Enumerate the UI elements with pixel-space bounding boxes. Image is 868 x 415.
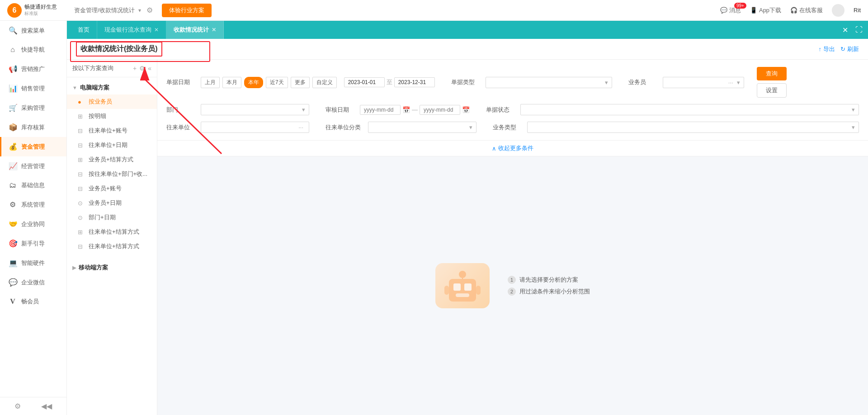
tab-bar: 首页 现金银行流水查询 ✕ 收款情况统计 ✕ ✕ ⛶ (67, 21, 868, 39)
salesperson-label: 业务员 (628, 78, 656, 86)
date-btn-this-month[interactable]: 本月 (222, 77, 241, 88)
avatar[interactable] (832, 4, 844, 17)
scheme-item-unit-account[interactable]: ⊟ 往来单位+账号 (67, 123, 157, 138)
tip-label-2: 用过滤条件来缩小分析范围 (519, 288, 590, 296)
scheme-item-unit-payment1[interactable]: ⊞ 往来单位+结算方式 (67, 225, 157, 239)
scheme-item-dept-date[interactable]: ⊙ 部门+日期 (67, 210, 157, 225)
export-icon: ↑ (819, 46, 822, 52)
trial-button[interactable]: 体验行业方案 (162, 4, 212, 17)
scheme-item-detail[interactable]: ⊞ 按明细 (67, 109, 157, 123)
date-btn-7days[interactable]: 近7天 (266, 77, 288, 88)
sidebar-item-wechat[interactable]: 💬 企业微信 (0, 273, 66, 292)
salesperson-select[interactable]: ··· ▾ (663, 77, 744, 88)
scheme-settings-icon[interactable]: ⚙ (139, 65, 145, 72)
marketing-icon: 📢 (9, 65, 17, 73)
counterpart-select[interactable]: ··· (201, 122, 309, 133)
sidebar-item-inventory[interactable]: 📦 库存核算 (0, 118, 66, 137)
settings-bottom-icon[interactable]: ⚙ (14, 402, 21, 410)
scheme-item-salesperson-payment[interactable]: ⊞ 业务员+结算方式 (67, 152, 157, 167)
breadcrumb-chevron-icon[interactable]: ▾ (138, 7, 141, 14)
filter-row-3: 往来单位 ··· 往来单位分类 ▾ 业务类型 (166, 122, 859, 133)
review-date-to-input[interactable] (420, 105, 460, 115)
scheme-item-unit-dept[interactable]: ⊟ 按往来单位+部门+收... (67, 167, 157, 181)
messages-button[interactable]: 💬 消息 99+ (720, 6, 741, 14)
main-layout: 🔍 搜索菜单 ⌂ 快捷导航 📢 营销推广 📊 销售管理 🛒 采购管理 📦 库存核… (0, 21, 868, 415)
sidebar-item-sales[interactable]: 📊 销售管理 (0, 79, 66, 98)
sidebar-item-collaboration[interactable]: 🤝 企业协同 (0, 214, 66, 234)
doc-type-select[interactable]: ▾ (486, 77, 612, 88)
tab-payment-stats[interactable]: 收款情况统计 ✕ (166, 21, 224, 39)
sidebar-item-system[interactable]: ⚙ 系统管理 (0, 195, 66, 214)
empty-state: 1 请先选择要分析的方案 2 用过滤条件来缩小分析范围 (157, 156, 868, 415)
scheme-header-icons: + ⚙ « (133, 65, 151, 72)
salesperson-dots-icon[interactable]: ··· (728, 79, 733, 86)
export-button[interactable]: ↑ 导出 (819, 45, 835, 53)
scheme-collapse-icon[interactable]: « (148, 65, 151, 72)
scheme-add-icon[interactable]: + (133, 65, 137, 72)
biz-type-select[interactable]: ▾ (527, 122, 859, 133)
sidebar-item-guide[interactable]: 🎯 新手引导 (0, 234, 66, 253)
scheme-item-label: 按明细 (89, 112, 106, 120)
sidebar-item-vip[interactable]: V 畅会员 (0, 292, 66, 311)
scheme-item-salesperson[interactable]: ● 按业务员 (67, 94, 157, 109)
collapse-bar[interactable]: ∧ 收起更多条件 (157, 141, 868, 156)
tip-num-1: 1 (508, 276, 516, 284)
scheme-item-label: 往来单位+结算方式 (89, 242, 139, 250)
date-btn-this-year[interactable]: 本年 (244, 77, 263, 88)
sidebar-item-quicknav[interactable]: ⌂ 快捷导航 (0, 40, 66, 59)
sidebar-item-purchase[interactable]: 🛒 采购管理 (0, 98, 66, 118)
app-download-button[interactable]: 📱 App下载 (750, 6, 781, 14)
tab-close-all-icon[interactable]: ✕ (840, 24, 850, 36)
scheme-item-unit-payment2[interactable]: ⊟ 往来单位+结算方式 (67, 239, 157, 254)
mobile-section-header[interactable]: ▶ 移动端方案 (67, 261, 157, 274)
desktop-section-header[interactable]: ▼ 电脑端方案 (67, 81, 157, 94)
biz-type-label: 业务类型 (493, 123, 520, 132)
header-gear-icon[interactable]: ⚙ (146, 6, 153, 14)
scheme-item-salesperson-account[interactable]: ⊟ 业务员+账号 (67, 181, 157, 196)
date-from-input[interactable] (344, 77, 385, 87)
online-service-button[interactable]: 🎧 在线客服 (790, 6, 823, 14)
scheme-item-salesperson-date[interactable]: ⊙ 业务员+日期 (67, 196, 157, 210)
sidebar-item-label: 企业协同 (21, 220, 45, 228)
sidebar-item-label: 营销推广 (21, 65, 45, 73)
tab-payment-stats-close-icon[interactable]: ✕ (212, 27, 216, 33)
operations-icon: 📈 (9, 162, 17, 170)
settings-button[interactable]: 设置 (757, 83, 787, 98)
mobile-section-label: 移动端方案 (79, 264, 108, 272)
biz-type-chevron-icon: ▾ (852, 124, 855, 131)
sidebar-item-hardware[interactable]: 💻 智能硬件 (0, 253, 66, 273)
tab-expand-icon[interactable]: ⛶ (854, 24, 864, 36)
tab-bar-right: ✕ ⛶ (840, 24, 864, 36)
online-service-icon: 🎧 (790, 7, 797, 14)
refresh-button[interactable]: ↻ 刷新 (840, 45, 859, 53)
query-button[interactable]: 查询 (757, 67, 787, 80)
scheme-panel: 按以下方案查询 + ⚙ « ▼ 电脑端方案 ● 按业务员 (67, 60, 157, 415)
filter-panel: 单据日期 上月 本月 本年 近7天 更多 自定义 至 (157, 60, 868, 415)
counterpart-dots-icon[interactable]: ··· (298, 124, 303, 131)
date-to-input[interactable] (394, 77, 435, 87)
counterpart-category-select[interactable]: ▾ (368, 122, 476, 133)
tab-bank-flow[interactable]: 现金银行流水查询 ✕ (97, 21, 166, 39)
sidebar-item-label: 搜索菜单 (21, 27, 45, 35)
doc-status-select[interactable]: ▾ (520, 104, 859, 115)
date-btn-last-month[interactable]: 上月 (201, 77, 220, 88)
tab-bank-flow-close-icon[interactable]: ✕ (154, 27, 159, 33)
scheme-item-unit-date[interactable]: ⊟ 往来单位+日期 (67, 138, 157, 152)
dept-select[interactable]: ▾ (201, 104, 309, 115)
app-download-icon: 📱 (750, 7, 757, 14)
date-btn-custom[interactable]: 自定义 (312, 77, 337, 88)
sidebar-item-search[interactable]: 🔍 搜索菜单 (0, 21, 66, 40)
sidebar-item-finance[interactable]: 💰 资金管理 (0, 137, 66, 156)
date-btn-more[interactable]: 更多 (291, 77, 310, 88)
review-date-from-input[interactable] (360, 105, 401, 115)
logo-name: 畅捷通好生意 (24, 4, 57, 10)
tab-home-label: 首页 (78, 26, 90, 34)
sidebar-item-operations[interactable]: 📈 经营管理 (0, 156, 66, 176)
collapse-icon[interactable]: ◀◀ (41, 402, 52, 410)
tab-home[interactable]: 首页 (71, 21, 97, 39)
tab-bank-flow-label: 现金银行流水查询 (104, 26, 151, 34)
doc-status-chevron-icon: ▾ (852, 106, 855, 113)
top-header: 6 畅捷通好生意 标准版 资金管理/收款情况统计 ▾ ⚙ 体验行业方案 💬 消息… (0, 0, 868, 21)
sidebar-item-marketing[interactable]: 📢 营销推广 (0, 59, 66, 79)
sidebar-item-basic-info[interactable]: 🗂 基础信息 (0, 176, 66, 195)
